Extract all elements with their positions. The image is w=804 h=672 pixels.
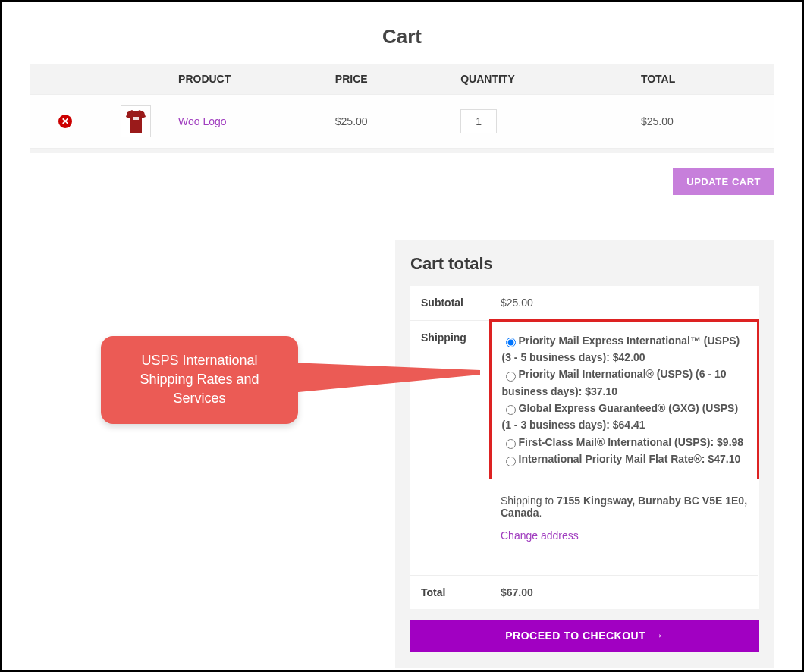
svg-rect-0 xyxy=(133,117,139,120)
page-title: Cart xyxy=(30,25,774,49)
col-price-header: PRICE xyxy=(328,64,453,95)
col-total-header: TOTAL xyxy=(633,64,774,95)
annotation-callout: USPS International Shipping Rates and Se… xyxy=(101,336,298,424)
shipping-option-radio[interactable] xyxy=(506,338,516,347)
cart-totals-panel: Cart totals Subtotal $25.00 Shipping Pri… xyxy=(395,240,774,668)
shipping-blank xyxy=(410,479,490,575)
shipping-option-label: Priority Mail International® (USPS) (6 -… xyxy=(502,368,727,397)
change-address-link[interactable]: Change address xyxy=(501,529,579,542)
quantity-input[interactable] xyxy=(460,109,497,133)
shipping-option-radio[interactable] xyxy=(506,405,516,415)
shipping-to: Shipping to 7155 Kingsway, Burnaby BC V5… xyxy=(501,495,748,519)
subtotal-value: $25.00 xyxy=(490,286,758,321)
checkout-label: PROCEED TO CHECKOUT xyxy=(505,630,645,642)
cart-totals-heading: Cart totals xyxy=(410,254,759,274)
proceed-to-checkout-button[interactable]: PROCEED TO CHECKOUT → xyxy=(410,620,759,652)
shipping-option[interactable]: Global Express Guaranteed® (GXG) (USPS) … xyxy=(502,400,747,434)
shipping-option-label: International Priority Mail Flat Rate®: … xyxy=(519,453,741,465)
shipping-option[interactable]: Priority Mail International® (USPS) (6 -… xyxy=(502,366,747,400)
subtotal-label: Subtotal xyxy=(410,286,490,321)
col-product-header: PRODUCT xyxy=(171,64,328,95)
cart-footer-spacer xyxy=(30,149,774,153)
update-cart-button[interactable]: UPDATE CART xyxy=(673,168,774,195)
item-line-total: $25.00 xyxy=(633,95,774,149)
shipping-option-label: First-Class Mail® International (USPS): … xyxy=(519,436,744,448)
col-remove-header xyxy=(30,64,100,95)
shipping-option[interactable]: Priority Mail Express International™ (US… xyxy=(502,332,747,366)
remove-item-button[interactable]: ✕ xyxy=(58,115,72,128)
shipping-option-radio[interactable] xyxy=(506,439,516,449)
shipping-option[interactable]: First-Class Mail® International (USPS): … xyxy=(502,434,747,451)
col-thumb-header xyxy=(100,64,171,95)
total-value: $67.00 xyxy=(490,575,758,609)
shipping-options-cell: Priority Mail Express International™ (US… xyxy=(490,320,758,479)
col-quantity-header: QUANTITY xyxy=(453,64,633,95)
shipping-option-radio[interactable] xyxy=(506,457,516,466)
shipping-options-list: Priority Mail Express International™ (US… xyxy=(502,332,747,468)
cart-row: ✕ Woo Logo $25.00 xyxy=(30,95,774,149)
shipping-option[interactable]: International Priority Mail Flat Rate®: … xyxy=(502,451,747,467)
shipping-to-prefix: Shipping to xyxy=(501,495,557,507)
shipping-option-label: Global Express Guaranteed® (GXG) (USPS) … xyxy=(502,402,739,431)
item-price: $25.00 xyxy=(328,95,453,149)
shipping-label: Shipping xyxy=(410,320,490,479)
product-thumbnail[interactable] xyxy=(121,105,151,137)
product-name-link[interactable]: Woo Logo xyxy=(178,115,227,127)
shipping-to-suffix: . xyxy=(539,507,542,519)
shipping-option-radio[interactable] xyxy=(506,372,516,382)
total-label: Total xyxy=(410,575,490,609)
tshirt-icon xyxy=(123,108,149,135)
shipping-option-label: Priority Mail Express International™ (US… xyxy=(502,334,740,363)
close-icon: ✕ xyxy=(61,117,69,126)
cart-totals-table: Subtotal $25.00 Shipping Priority Mail E… xyxy=(410,286,759,609)
arrow-right-icon: → xyxy=(652,629,664,642)
cart-table: PRODUCT PRICE QUANTITY TOTAL ✕ xyxy=(30,64,774,153)
